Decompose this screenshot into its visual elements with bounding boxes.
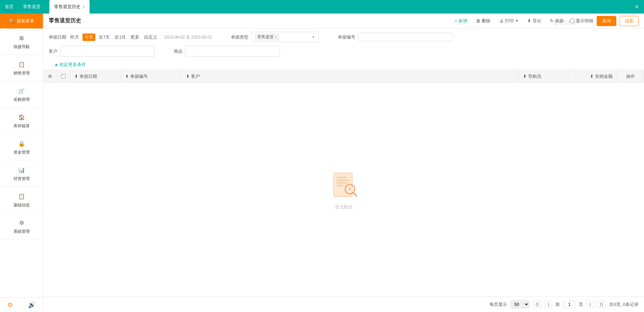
page-next-button[interactable]: ⟩ [587, 301, 594, 308]
th-guide-text: 导购员 [528, 73, 541, 80]
th-checkbox[interactable] [57, 70, 70, 83]
top-bar: 首页 零售退货 × 零售退货历史 × × [0, 0, 644, 14]
sidebar-bottom: ⚙ 🔊 [0, 297, 43, 312]
page-size-select[interactable]: 50 100 200 [510, 300, 529, 308]
new-button[interactable]: + 新增 [452, 17, 470, 25]
empty-state-text: 暂无数据 [335, 204, 353, 210]
base-info-icon: 📋 [17, 192, 26, 201]
empty-state: 暂无数据 [43, 83, 644, 296]
sidebar-item-finance[interactable]: 🔒 资金管理 [0, 134, 43, 160]
doc-type-filter: 单据类型 零售退货 × ▼ [231, 32, 319, 42]
sidebar-item-label: 快捷导航 [14, 44, 30, 50]
tab-retail-return-history-close[interactable]: × [82, 5, 85, 9]
th-settings[interactable]: ⚙ [43, 70, 57, 83]
doc-code-filter: 单据编号 [338, 33, 453, 41]
date-btn-today[interactable]: 今天 [82, 34, 95, 41]
goods-label: 商品 [174, 48, 183, 54]
sidebar-item-label: 采购管理 [14, 97, 30, 103]
print-dropdown-icon: ▼ [515, 19, 519, 23]
th-code-sort: ⬆ [125, 74, 129, 79]
sidebar-item-label: 系统管理 [14, 229, 30, 235]
print-icon: 🖨 [499, 18, 504, 23]
th-guide[interactable]: ⬆ 导购员 [519, 70, 570, 83]
refresh-button[interactable]: ↻ 刷新 [547, 17, 567, 25]
sidebar-item-purchase-mgmt[interactable]: 🛒 采购管理 [0, 81, 43, 108]
sales-mgmt-icon: 📋 [17, 60, 26, 69]
customer-select[interactable]: ... [60, 46, 155, 57]
total-text: 共0页, 0条记录 [609, 302, 639, 308]
tab-retail-return[interactable]: 零售退货 × [18, 0, 49, 14]
th-code[interactable]: ⬆ 单据编号 [121, 70, 182, 83]
th-amount-text: 实销金额 [595, 73, 613, 80]
date-btn-1month[interactable]: 近1月 [113, 34, 127, 41]
svg-rect-2 [336, 180, 349, 181]
date-filter: 单据日期 昨天 今天 近7天 近1月 更多 自定义 2023-06-02 至 2… [49, 34, 212, 41]
doc-type-select[interactable]: 零售退货 × ▼ [251, 32, 319, 42]
volume-icon[interactable]: 🔊 [28, 301, 35, 309]
th-date-text: 单据日期 [79, 73, 97, 80]
sidebar-item-base-info[interactable]: 📋 基础信息 [0, 187, 43, 213]
sidebar-item-quick-nav[interactable]: ⊞ 快捷导航 [0, 28, 43, 55]
collapse-filter-button[interactable]: ▲ 收起更多条件 [49, 60, 639, 70]
goods-select[interactable]: ... [185, 46, 280, 57]
tab-retail-return-close[interactable]: × [43, 5, 45, 9]
sidebar-item-operations[interactable]: 📊 经营管理 [0, 160, 43, 187]
sidebar-item-sys-mgmt[interactable]: ⚙ 系统管理 [0, 213, 43, 240]
empty-state-icon [327, 170, 361, 200]
purchase-mgmt-icon: 🛒 [17, 86, 26, 95]
settings-col-icon: ⚙ [48, 74, 52, 79]
show-detail-label: 显示明细 [576, 18, 593, 24]
th-ops: 操作 [617, 70, 644, 83]
th-customer-text: 客户 [191, 73, 200, 80]
show-detail-checkbox[interactable] [570, 19, 574, 23]
goods-filter: 商品 ... [174, 46, 280, 57]
customer-label: 客户 [49, 48, 57, 54]
topbar-right: × [635, 3, 644, 10]
date-btn-more[interactable]: 更多 [129, 34, 141, 41]
date-filter-label: 单据日期 [49, 34, 66, 40]
export-button[interactable]: ⬆ 导出 [525, 17, 544, 25]
sidebar-item-label: 经营管理 [14, 176, 30, 182]
date-btn-custom[interactable]: 自定义 [143, 34, 159, 41]
th-amount[interactable]: ⬆ 实销金额 [570, 70, 617, 83]
th-date-label: ⬆ [74, 74, 78, 79]
page-prev-button[interactable]: ⟨ [545, 301, 552, 308]
sidebar-item-inventory[interactable]: 🏠 库存核算 [0, 108, 43, 134]
sidebar-item-label: 销售管理 [14, 70, 30, 76]
print-button[interactable]: 🖨 打印 ▼ [497, 17, 521, 25]
date-range-display: 2023-06-02 至 2023-06-02 [164, 35, 212, 40]
page-number-input[interactable] [563, 301, 575, 308]
date-btn-7days[interactable]: 近7天 [97, 34, 111, 41]
settings-icon[interactable]: ⚙ [7, 301, 13, 309]
doc-type-tag-close[interactable]: × [275, 35, 277, 39]
delete-icon: 🗑 [476, 18, 480, 23]
query-button[interactable]: 查询 [597, 16, 616, 26]
delete-button[interactable]: 🗑 删除 [473, 17, 493, 25]
svg-rect-3 [336, 182, 348, 183]
select-all-checkbox[interactable] [61, 74, 66, 79]
filter-area: 单据日期 昨天 今天 近7天 近1月 更多 自定义 2023-06-02 至 2… [43, 28, 644, 70]
table-area: ⚙ ⬆ 单据日期 ⬆ 单据编号 ⬆ 客户 ⬆ [43, 70, 644, 296]
date-btn-yesterday[interactable]: 昨天 [69, 34, 80, 41]
page-label-prefix: 第 [555, 302, 560, 308]
page-last-button[interactable]: ⟩⟩ [597, 301, 606, 308]
doc-code-input[interactable] [358, 33, 453, 41]
page-title: 零售退货历史 [49, 17, 452, 24]
show-detail-checkbox-label[interactable]: 显示明细 [570, 18, 593, 24]
window-close-button[interactable]: × [635, 3, 639, 10]
page-label: 页 [579, 302, 583, 308]
finance-icon: 🔒 [17, 139, 26, 148]
pagination: 每页显示 50 100 200 ⟨⟨ ⟨ 第 页 ⟩ ⟩⟩ 共0页, 0条记录 [43, 296, 644, 312]
sidebar-item-sales-mgmt[interactable]: 📋 销售管理 [0, 55, 43, 81]
settings-button[interactable]: 设置 [620, 16, 639, 26]
refresh-icon: ↻ [550, 18, 554, 23]
sidebar-item-label: 库存核算 [14, 123, 30, 129]
sidebar-search-button[interactable]: 🔍 搜索菜单 [0, 14, 43, 28]
page-first-button[interactable]: ⟨⟨ [533, 301, 542, 308]
tab-retail-return-history[interactable]: 零售退货历史 × [49, 0, 89, 14]
doc-type-tag-text: 零售退货 [257, 34, 273, 40]
th-date[interactable]: ⬆ 单据日期 [70, 70, 121, 83]
th-customer[interactable]: ⬆ 客户 [182, 70, 519, 83]
tab-home[interactable]: 首页 [0, 0, 18, 14]
sidebar: 🔍 搜索菜单 ⊞ 快捷导航 📋 销售管理 🛒 采购管理 🏠 库存核算 🔒 资金管… [0, 14, 43, 312]
